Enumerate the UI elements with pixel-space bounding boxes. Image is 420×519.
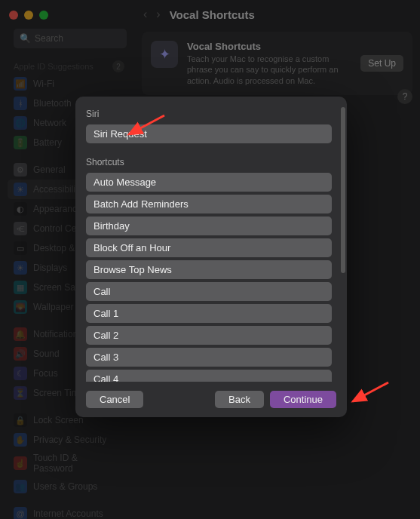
action-item-call[interactable]: Call: [86, 282, 332, 301]
action-item-call-4[interactable]: Call 4: [86, 370, 332, 382]
action-item-browse-top-news[interactable]: Browse Top News: [86, 260, 332, 279]
action-item-birthday[interactable]: Birthday: [86, 217, 332, 235]
continue-button[interactable]: Continue: [270, 391, 336, 408]
action-item-call-2[interactable]: Call 2: [86, 326, 332, 345]
settings-window: ‹ › Vocal Shortcuts 🔍 Apple ID Suggestio…: [0, 0, 420, 519]
scrollbar-thumb[interactable]: [341, 107, 345, 273]
section-label-shortcuts: Shortcuts: [86, 157, 332, 167]
action-item-siri-request[interactable]: Siri Request: [86, 124, 332, 143]
modal-body: SiriSiri RequestShortcutsAuto MessageBat…: [75, 97, 347, 382]
action-item-auto-message[interactable]: Auto Message: [86, 173, 332, 192]
back-button[interactable]: Back: [215, 391, 264, 408]
action-item-batch-add-reminders[interactable]: Batch Add Reminders: [86, 195, 332, 213]
action-picker-modal: SiriSiri RequestShortcutsAuto MessageBat…: [75, 97, 347, 417]
action-item-call-1[interactable]: Call 1: [86, 304, 332, 323]
modal-footer: Cancel Back Continue: [75, 382, 347, 417]
scroll-area[interactable]: SiriSiri RequestShortcutsAuto MessageBat…: [86, 107, 336, 382]
action-item-block-off-an-hour[interactable]: Block Off an Hour: [86, 238, 332, 257]
section-label-siri: Siri: [86, 109, 332, 119]
cancel-button[interactable]: Cancel: [86, 391, 143, 408]
scrollbar[interactable]: [341, 107, 345, 379]
action-item-call-3[interactable]: Call 3: [86, 348, 332, 367]
